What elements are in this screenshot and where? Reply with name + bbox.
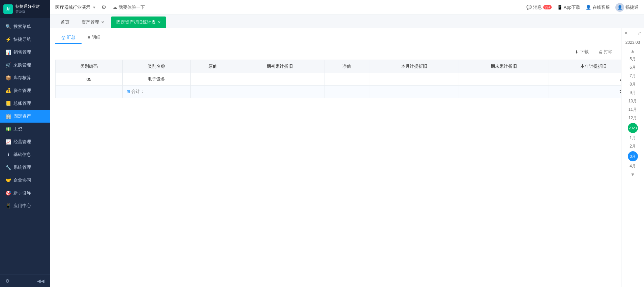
- sidebar-item-basic-info[interactable]: ℹ 基础信息: [0, 148, 50, 161]
- inventory-icon: 📦: [5, 75, 11, 81]
- sales-icon: 📊: [5, 50, 11, 55]
- app-info: 畅捷通好业财 普及版: [16, 4, 40, 14]
- notifications-badge: 99+: [543, 5, 552, 9]
- summary-text: 合计：: [131, 89, 145, 95]
- sidebar-item-label: 销售管理: [13, 49, 31, 55]
- tab-home[interactable]: 首页: [55, 17, 75, 28]
- sidebar-item-label: 新手引导: [13, 190, 31, 196]
- table-header-row: 类别编码 类别名称 原值 期初累计折旧 净值 本月计提折旧 期末累计折旧 本年计…: [56, 60, 639, 73]
- sidebar-item-system[interactable]: 🔧 系统管理: [0, 161, 50, 174]
- sidebar-item-enterprise[interactable]: 🤝 企业协同: [0, 174, 50, 187]
- subtab-bar: ◎ 汇总 ≡ 明细: [50, 28, 644, 44]
- sidebar-item-purchase[interactable]: 🛒 采购管理: [0, 59, 50, 71]
- company-arrow-icon: ▼: [92, 5, 96, 9]
- subtab-summary[interactable]: ◎ 汇总: [55, 32, 82, 44]
- right-panel-title: 2023.03: [624, 38, 641, 47]
- tab-asset-mgmt-label: 资产管理: [82, 19, 99, 25]
- user-menu[interactable]: 👤 畅捷通: [615, 3, 639, 12]
- month-item-10[interactable]: 10月: [621, 97, 644, 105]
- sidebar-item-app-center[interactable]: 📱 应用中心: [0, 199, 50, 212]
- right-panel-expand-icon[interactable]: ⤢: [637, 30, 641, 36]
- summary-row: ⊞ 合计： 791.67: [56, 86, 639, 98]
- month-item-1[interactable]: 1月: [621, 134, 644, 142]
- sidebar-item-label: 应用中心: [13, 203, 31, 209]
- sidebar-item-sales[interactable]: 📊 销售管理: [0, 46, 50, 59]
- download-label: 下载: [580, 49, 589, 55]
- month-item-7[interactable]: 7月: [621, 72, 644, 80]
- collapse-icon[interactable]: ◀◀: [37, 278, 44, 284]
- tab-asset-mgmt-close-icon[interactable]: ✕: [101, 20, 104, 25]
- company-selector[interactable]: 医疗器械行业演示 ▼: [55, 4, 96, 10]
- guide-icon: 🎯: [5, 190, 11, 196]
- sidebar-item-label: 资金管理: [13, 88, 31, 94]
- month-item-8[interactable]: 8月: [621, 80, 644, 89]
- sidebar-item-salary[interactable]: 💵 工资: [0, 123, 50, 135]
- notifications-button[interactable]: 💬 消息 99+: [526, 4, 552, 10]
- right-panel: ✕ ⤢ 2023.03 ▲ 5月 6月 7月 8月 9月 10月 11月 12月…: [621, 28, 644, 287]
- cloud-icon: ☁: [113, 5, 117, 10]
- tab-fixed-asset-depreciation[interactable]: 固定资产折旧统计表 ✕: [111, 17, 166, 28]
- cell-ending: [459, 73, 549, 86]
- print-icon: 🖨: [598, 50, 603, 55]
- app-logo: 财: [3, 4, 13, 14]
- summary-label: ⊞ 合计：: [127, 89, 186, 95]
- year-badge[interactable]: 2023: [628, 123, 638, 133]
- nav-down-icon[interactable]: ▼: [629, 170, 637, 179]
- right-panel-close-icon[interactable]: ✕: [624, 30, 628, 36]
- download-button[interactable]: ⬇ 下载: [572, 47, 591, 56]
- month-item-4[interactable]: 4月: [621, 162, 644, 170]
- main-content: 医疗器械行业演示 ▼ ⚙ ☁ 我要体验一下 💬 消息 99+ 📱 App下载 👤…: [50, 0, 644, 287]
- month-item-3-active[interactable]: 3月: [628, 151, 638, 161]
- sidebar-item-label: 企业协同: [13, 177, 31, 183]
- cell-net: [325, 73, 369, 86]
- sidebar-item-label: 采购管理: [13, 62, 31, 68]
- month-item-2[interactable]: 2月: [621, 142, 644, 151]
- topbar-settings-icon[interactable]: ⚙: [101, 4, 106, 10]
- summary-ending: [459, 86, 549, 98]
- tabbar: 首页 资产管理 ✕ 固定资产折旧统计表 ✕: [50, 15, 644, 28]
- app-center-icon: 📱: [5, 203, 11, 209]
- subtab-summary-label: 汇总: [67, 34, 75, 40]
- month-item-12[interactable]: 12月: [621, 114, 644, 122]
- customer-service-label: 在线客服: [592, 4, 610, 10]
- month-item-9[interactable]: 9月: [621, 89, 644, 97]
- customer-service-button[interactable]: 👤 在线客服: [586, 4, 610, 10]
- expand-icon[interactable]: ⊞: [127, 89, 130, 94]
- app-name: 畅捷通好业财: [16, 4, 40, 9]
- tab-fixed-asset-close-icon[interactable]: ✕: [158, 20, 161, 25]
- topbar-right: 💬 消息 99+ 📱 App下载 👤 在线客服 👤 畅捷通: [526, 3, 639, 12]
- app-download-button[interactable]: 📱 App下载: [557, 4, 580, 10]
- sidebar-item-inventory[interactable]: 📦 库存核算: [0, 71, 50, 84]
- sidebar-item-ledger[interactable]: 📒 总账管理: [0, 97, 50, 110]
- settings-icon[interactable]: ⚙: [5, 278, 10, 284]
- sidebar-item-label: 库存核算: [13, 75, 31, 81]
- download-icon: 📱: [557, 5, 562, 10]
- print-button[interactable]: 🖨 打印: [595, 47, 615, 56]
- sidebar-item-label: 系统管理: [13, 164, 31, 170]
- nav-up-icon[interactable]: ▲: [629, 47, 637, 55]
- fixed-assets-icon: 🏢: [5, 114, 11, 119]
- finance-icon: 💰: [5, 88, 11, 93]
- detail-icon: ≡: [88, 35, 90, 40]
- sidebar-item-quick-nav[interactable]: ⚡ 快捷导航: [0, 33, 50, 46]
- sidebar-nav: 🔍 搜索菜单 ⚡ 快捷导航 📊 销售管理 🛒 采购管理 📦 库存核算 💰 资金管…: [0, 18, 50, 275]
- cell-original: [190, 73, 235, 86]
- experience-button[interactable]: ☁ 我要体验一下: [113, 4, 145, 10]
- sidebar-item-label: 工资: [13, 126, 22, 132]
- month-item-11[interactable]: 11月: [621, 105, 644, 114]
- sidebar-item-label: 快捷导航: [13, 36, 31, 42]
- summary-empty1: [56, 86, 123, 98]
- sidebar-item-search[interactable]: 🔍 搜索菜单: [0, 20, 50, 33]
- col-header-name: 类别名称: [123, 60, 191, 73]
- sidebar-item-guide[interactable]: 🎯 新手引导: [0, 187, 50, 199]
- summary-net: [325, 86, 369, 98]
- app-download-label: App下载: [564, 4, 580, 10]
- sidebar-item-operations[interactable]: 📈 经营管理: [0, 135, 50, 148]
- sidebar-item-fixed-assets[interactable]: 🏢 固定资产: [0, 110, 50, 123]
- sidebar-item-label: 基础信息: [13, 152, 31, 158]
- month-item-6[interactable]: 6月: [621, 63, 644, 72]
- tab-asset-mgmt[interactable]: 资产管理 ✕: [76, 17, 110, 28]
- month-item-5[interactable]: 5月: [621, 55, 644, 63]
- subtab-detail[interactable]: ≡ 明细: [82, 32, 106, 44]
- sidebar-item-finance[interactable]: 💰 资金管理: [0, 84, 50, 97]
